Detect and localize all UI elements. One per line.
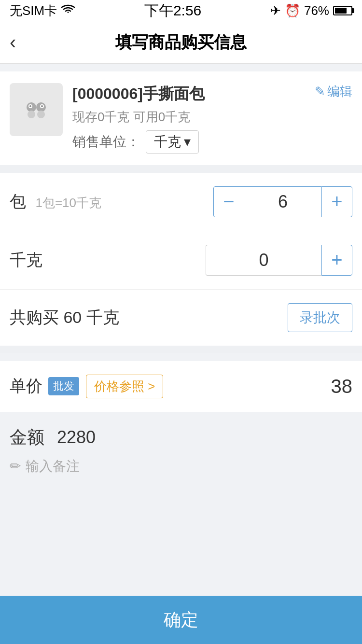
pencil-icon: ✏ xyxy=(10,458,21,474)
product-unit-row: 销售单位： 千克 ▾ xyxy=(72,130,352,154)
qianke-label: 千克 xyxy=(10,249,206,271)
amount-value: 2280 xyxy=(57,427,96,447)
batch-button[interactable]: 录批次 xyxy=(288,303,352,332)
bao-stepper: − + xyxy=(213,186,352,217)
back-button[interactable]: ‹ xyxy=(10,31,16,53)
divider-1 xyxy=(0,165,362,173)
product-image xyxy=(10,83,63,136)
svg-point-3 xyxy=(37,111,45,118)
status-time: 下午2:56 xyxy=(144,1,201,21)
bao-plus-button[interactable]: + xyxy=(321,186,352,217)
amount-label: 金额 xyxy=(10,427,44,447)
alarm-icon: ⏰ xyxy=(285,3,300,18)
product-stock: 现存0千克 可用0千克 xyxy=(72,109,352,126)
bao-minus-button[interactable]: − xyxy=(213,186,244,217)
price-label: 单价 xyxy=(10,375,42,397)
bao-label: 包 1包=10千克 xyxy=(10,191,213,213)
qianke-value: 0 xyxy=(206,245,321,276)
battery-icon xyxy=(333,6,352,15)
nav-bar: ‹ 填写商品购买信息 xyxy=(0,21,362,64)
divider-2 xyxy=(0,346,362,353)
confirm-label: 确定 xyxy=(164,608,198,632)
page-title: 填写商品购买信息 xyxy=(115,31,247,54)
summary-row: 共购买 60 千克 录批次 xyxy=(0,290,362,346)
svg-point-7 xyxy=(41,105,43,107)
price-tag: 批发 xyxy=(48,377,79,395)
amount-section: 金额 2280 ✏ 输入备注 xyxy=(0,412,362,480)
price-section: 单价 批发 价格参照 > 38 xyxy=(0,361,362,412)
price-value: 38 xyxy=(331,376,353,397)
qianke-input-row: 千克 0 + xyxy=(0,231,362,290)
confirm-button[interactable]: 确定 xyxy=(0,596,362,644)
price-row: 单价 批发 价格参照 > 38 xyxy=(0,361,362,412)
carrier-label: 无SIM卡 xyxy=(10,2,57,19)
amount-row: 金额 2280 xyxy=(10,426,352,449)
qianke-stepper: 0 + xyxy=(206,245,352,276)
summary-text: 共购买 60 千克 xyxy=(10,307,119,329)
product-info: [0000006]手撕面包 现存0千克 可用0千克 销售单位： 千克 ▾ xyxy=(72,83,352,154)
qianke-plus-button[interactable]: + xyxy=(321,245,352,276)
chevron-down-icon: ▾ xyxy=(184,134,191,150)
product-card: [0000006]手撕面包 现存0千克 可用0千克 销售单位： 千克 ▾ ✎ 编… xyxy=(0,71,362,165)
input-section: 包 1包=10千克 − + 千克 0 + xyxy=(0,173,362,290)
price-ref-button[interactable]: 价格参照 > xyxy=(86,375,163,398)
bao-input-row: 包 1包=10千克 − + xyxy=(0,173,362,231)
bao-input[interactable] xyxy=(244,186,321,217)
status-bar-right: ✈ ⏰ 76% xyxy=(270,3,352,18)
battery-percent: 76% xyxy=(304,3,329,18)
note-placeholder: 输入备注 xyxy=(26,457,80,476)
svg-point-6 xyxy=(29,105,31,107)
edit-icon: ✎ xyxy=(315,84,325,99)
status-bar-left: 无SIM卡 xyxy=(10,2,75,19)
unit-select[interactable]: 千克 ▾ xyxy=(146,130,199,154)
note-row[interactable]: ✏ 输入备注 xyxy=(10,457,352,476)
unit-label: 销售单位： xyxy=(72,133,140,151)
edit-button[interactable]: ✎ 编辑 xyxy=(315,83,352,100)
wifi-icon xyxy=(61,3,75,18)
bao-hint: 1包=10千克 xyxy=(35,196,101,210)
location-icon: ✈ xyxy=(270,3,281,18)
svg-point-2 xyxy=(28,111,35,118)
product-name: [0000006]手撕面包 xyxy=(72,83,352,105)
status-bar: 无SIM卡 下午2:56 ✈ ⏰ 76% xyxy=(0,0,362,21)
